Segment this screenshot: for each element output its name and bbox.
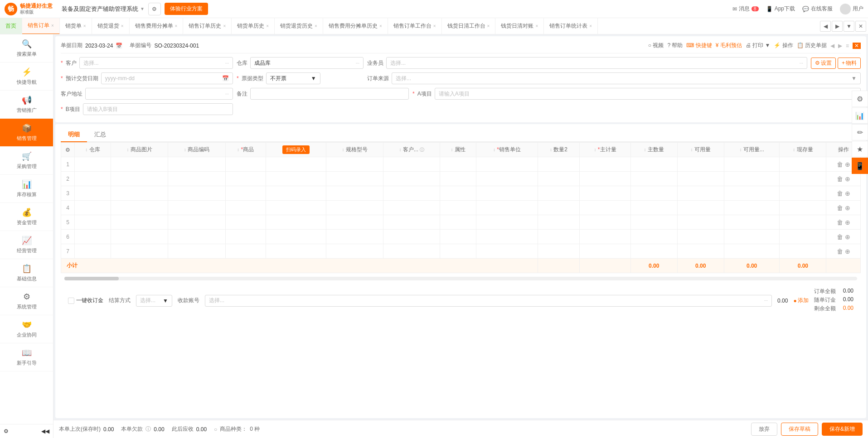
tab-sales-goods[interactable]: 销货单 × bbox=[60, 18, 92, 34]
tab-sales-order[interactable]: 销售订单 × bbox=[22, 18, 60, 34]
tabs-prev-button[interactable]: ◀ bbox=[820, 21, 831, 32]
close-icon[interactable]: × bbox=[266, 24, 269, 29]
col-name[interactable]: ↕ *商品 bbox=[225, 143, 266, 157]
warehouse-input[interactable]: 成品库 ··· bbox=[250, 57, 364, 69]
sidebar-item-system[interactable]: ⚙ 系统管理 bbox=[0, 287, 53, 315]
col-code[interactable]: ↕ 商品编码 bbox=[168, 143, 225, 157]
message-button[interactable]: ✉ 消息 8 bbox=[732, 5, 759, 13]
salesperson-input[interactable]: 选择... ··· bbox=[386, 57, 807, 69]
address-input[interactable]: ··· bbox=[85, 88, 233, 100]
close-icon[interactable]: × bbox=[433, 24, 436, 29]
collapse-icon[interactable]: ◀◀ bbox=[41, 428, 49, 434]
close-icon[interactable]: × bbox=[487, 24, 490, 29]
tab-daily-workbench[interactable]: 钱货日清工作台 × bbox=[442, 18, 496, 34]
sidebar-item-quick-nav[interactable]: ⚡ 快捷导航 bbox=[0, 63, 53, 91]
save-new-button[interactable]: 保存&新增 bbox=[822, 423, 863, 436]
col-stock[interactable]: ↕ 现存量 bbox=[780, 143, 826, 157]
tab-summary[interactable]: 汇总 bbox=[87, 128, 113, 142]
delivery-date-input[interactable]: yyyy-mm-dd 📅 bbox=[101, 72, 233, 84]
print-link[interactable]: 🖨 打印 ▼ bbox=[746, 42, 771, 49]
scroll-thumb[interactable] bbox=[64, 277, 119, 280]
checkbox-icon[interactable] bbox=[68, 298, 74, 304]
copy-row-button[interactable]: ⊕ bbox=[845, 204, 850, 212]
profit-link[interactable]: ¥ 毛利预估 bbox=[716, 42, 742, 49]
sidebar-item-sales[interactable]: 📦 销售管理 bbox=[0, 119, 53, 147]
row-unit[interactable] bbox=[476, 157, 538, 172]
tab-sales-expense[interactable]: 销售费用分摊单 × bbox=[130, 18, 184, 34]
copy-row-button[interactable]: ⊕ bbox=[845, 248, 850, 255]
tab-sales-stats[interactable]: 销售订单统计表 × bbox=[544, 18, 598, 34]
settings-bottom-icon[interactable]: ⚙ bbox=[4, 428, 9, 434]
address-more-icon[interactable]: ··· bbox=[225, 91, 229, 96]
col-available2[interactable]: ↕ 可用量... bbox=[724, 143, 779, 157]
col-available[interactable]: ↕ 可用量 bbox=[677, 143, 724, 157]
operations-link[interactable]: ⚡ 操作 bbox=[774, 42, 793, 49]
payment-method-select[interactable]: 选择... ▼ bbox=[136, 295, 172, 307]
delete-row-button[interactable]: 🗑 bbox=[837, 248, 843, 255]
row-main-unit[interactable] bbox=[580, 157, 630, 172]
warehouse-more-icon[interactable]: ··· bbox=[356, 61, 359, 66]
sidebar-item-guide[interactable]: 📖 新手引导 bbox=[0, 343, 53, 371]
sidebar-item-search[interactable]: 🔍 搜索菜单 bbox=[0, 34, 53, 63]
app-download-button[interactable]: 📱 App下载 bbox=[766, 5, 795, 13]
tabs-menu-button[interactable]: ▼ bbox=[844, 21, 854, 32]
right-chart-button[interactable]: 📊 bbox=[852, 107, 868, 124]
right-mobile-button[interactable]: 📱 bbox=[852, 158, 868, 174]
col-warehouse[interactable]: ↕ 仓库 bbox=[75, 143, 111, 157]
right-settings-button[interactable]: ⚙ bbox=[852, 91, 868, 107]
settings-button-right[interactable]: ⚙设置 bbox=[811, 58, 836, 69]
copy-row-button[interactable]: ⊕ bbox=[845, 161, 850, 168]
tabs-next-button[interactable]: ▶ bbox=[832, 21, 843, 32]
tab-expense-history[interactable]: 销售费用分摊单历史 × bbox=[323, 18, 388, 34]
col-customer-code[interactable]: ↕ 客户... ⓘ bbox=[383, 143, 440, 157]
b-project-input[interactable]: 请输入B项目 bbox=[83, 103, 233, 115]
industry-button[interactable]: 体验行业方案 bbox=[165, 3, 208, 15]
copy-row-button[interactable]: ⊕ bbox=[845, 233, 850, 241]
a-project-input[interactable]: 请输入A项目 bbox=[435, 88, 861, 100]
account-more-icon[interactable]: ··· bbox=[764, 298, 768, 303]
row-spec[interactable] bbox=[326, 157, 383, 172]
sidebar-item-basic[interactable]: 📋 基础信息 bbox=[0, 259, 53, 287]
customer-more-icon[interactable]: ··· bbox=[225, 61, 229, 66]
online-service-button[interactable]: 💬 在线客服 bbox=[802, 5, 833, 13]
discard-button[interactable]: 放弃 bbox=[751, 423, 777, 436]
copy-row-button[interactable]: ⊕ bbox=[845, 219, 850, 226]
delete-row-button[interactable]: 🗑 bbox=[837, 175, 843, 183]
close-icon[interactable]: × bbox=[379, 24, 382, 29]
tab-detail[interactable]: 明细 bbox=[61, 128, 87, 142]
nav-next-icon[interactable]: ▶ bbox=[838, 43, 842, 49]
row-code[interactable] bbox=[168, 157, 225, 172]
one-click-collect-checkbox[interactable]: 一键收订金 bbox=[68, 297, 103, 304]
row-customer-code[interactable] bbox=[383, 157, 440, 172]
close-icon[interactable]: × bbox=[83, 24, 86, 29]
list-view-icon[interactable]: ≡ bbox=[846, 43, 849, 49]
close-icon[interactable]: × bbox=[315, 24, 317, 29]
help-link[interactable]: ? 帮助 bbox=[667, 42, 683, 49]
right-edit-button[interactable]: ✏ bbox=[852, 124, 868, 140]
right-star-button[interactable]: ★ bbox=[852, 141, 868, 157]
col-settings[interactable]: ⚙ bbox=[61, 143, 75, 157]
tab-daily-reconcile[interactable]: 钱货日清对账 × bbox=[495, 18, 544, 34]
video-link[interactable]: ○ 视频 bbox=[648, 42, 664, 49]
col-main-unit[interactable]: ↕ *主计量 bbox=[580, 143, 630, 157]
sidebar-item-cooperation[interactable]: 🤝 企业协同 bbox=[0, 315, 53, 343]
close-icon[interactable]: × bbox=[121, 24, 124, 29]
history-link[interactable]: 📋 历史单据 bbox=[797, 42, 827, 49]
calendar-icon[interactable]: 📅 bbox=[116, 43, 122, 49]
copy-row-button[interactable]: ⊕ bbox=[845, 175, 850, 183]
row-qty2[interactable] bbox=[538, 157, 580, 172]
col-main-qty[interactable]: ↕ 主数量 bbox=[630, 143, 677, 157]
sidebar-item-operation[interactable]: 📈 经营管理 bbox=[0, 231, 53, 259]
delete-row-button[interactable]: 🗑 bbox=[837, 233, 843, 241]
col-image[interactable]: ↕ 商品图片 bbox=[111, 143, 168, 157]
delete-row-button[interactable]: 🗑 bbox=[837, 161, 843, 168]
close-icon[interactable]: × bbox=[535, 24, 538, 29]
sidebar-item-purchase[interactable]: 🛒 采购管理 bbox=[0, 147, 53, 175]
close-icon[interactable]: × bbox=[175, 24, 178, 29]
tab-sales-order-history[interactable]: 销售订单历史 × bbox=[183, 18, 232, 34]
row-stock[interactable] bbox=[780, 157, 826, 172]
customer-input[interactable]: 选择... ··· bbox=[79, 57, 233, 69]
shortcut-link[interactable]: ⌨ 快捷键 bbox=[686, 42, 712, 49]
invoice-type-select[interactable]: 不开票 ▼ bbox=[266, 72, 320, 84]
account-input[interactable]: 选择... ··· bbox=[205, 295, 772, 307]
